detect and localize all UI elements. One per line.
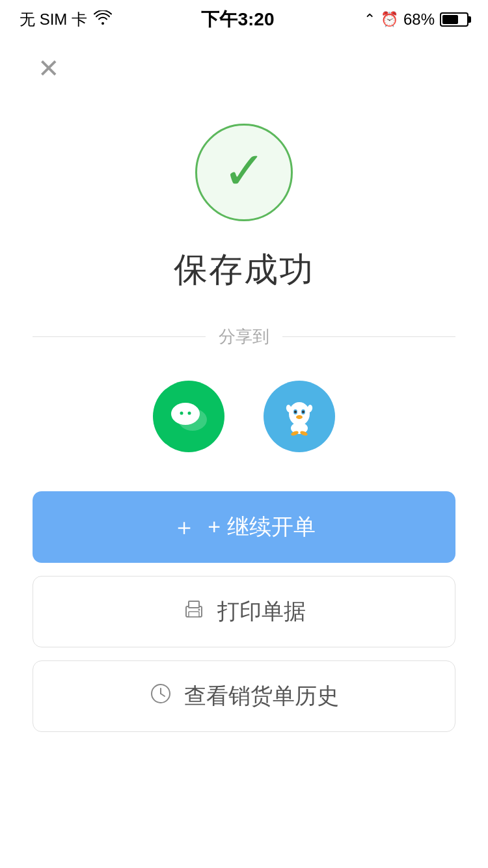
share-section: 分享到 — [33, 325, 455, 348]
battery-percent: 68% — [403, 10, 435, 29]
action-buttons: ＋ + 继续开单 打印单据 — [33, 491, 455, 732]
svg-point-6 — [289, 402, 310, 426]
continue-button[interactable]: ＋ + 继续开单 — [33, 491, 455, 563]
print-label: 打印单据 — [217, 597, 306, 627]
success-icon-wrap: ✓ — [195, 124, 293, 221]
history-label: 查看销货单历史 — [184, 681, 339, 711]
share-icons — [153, 381, 335, 452]
print-button[interactable]: 打印单据 — [33, 576, 455, 647]
svg-line-23 — [161, 694, 165, 696]
carrier-text: 无 SIM 卡 — [20, 9, 87, 30]
svg-point-20 — [198, 608, 200, 610]
svg-point-11 — [296, 415, 303, 419]
checkmark-icon: ✓ — [223, 145, 266, 197]
plus-icon: ＋ — [172, 511, 196, 543]
svg-point-3 — [187, 411, 191, 414]
alarm-icon: ⏰ — [381, 11, 398, 28]
qq-icon — [278, 396, 321, 438]
wechat-icon — [168, 399, 210, 435]
svg-rect-19 — [189, 612, 199, 617]
continue-label: + 继续开单 — [208, 512, 315, 542]
wifi-icon — [94, 10, 112, 29]
svg-point-9 — [294, 411, 297, 413]
svg-point-2 — [180, 411, 183, 414]
share-line-right — [282, 336, 455, 337]
wechat-share-button[interactable] — [153, 381, 224, 452]
status-left: 无 SIM 卡 — [20, 9, 112, 30]
share-line-left — [33, 336, 206, 337]
status-bar: 无 SIM 卡 下午3:20 ⌃ ⏰ 68% — [0, 0, 488, 39]
close-icon: ✕ — [38, 55, 60, 81]
status-time: 下午3:20 — [201, 7, 274, 32]
qq-share-button[interactable] — [264, 381, 335, 452]
battery-icon — [440, 12, 468, 27]
svg-point-10 — [302, 411, 305, 413]
svg-point-1 — [171, 403, 200, 425]
svg-rect-18 — [189, 601, 199, 608]
history-button[interactable]: 查看销货单历史 — [33, 660, 455, 732]
svg-point-5 — [195, 418, 197, 420]
printer-icon — [182, 597, 206, 627]
share-label: 分享到 — [206, 325, 282, 348]
svg-point-4 — [188, 418, 191, 420]
close-button-row: ✕ — [33, 39, 455, 104]
main-content: ✕ ✓ 保存成功 分享到 — [0, 39, 488, 732]
clock-icon — [149, 682, 172, 711]
success-title: 保存成功 — [174, 247, 314, 293]
success-circle: ✓ — [195, 124, 293, 221]
close-button[interactable]: ✕ — [33, 52, 65, 85]
status-right: ⌃ ⏰ 68% — [364, 10, 468, 29]
location-icon: ⌃ — [364, 11, 375, 28]
